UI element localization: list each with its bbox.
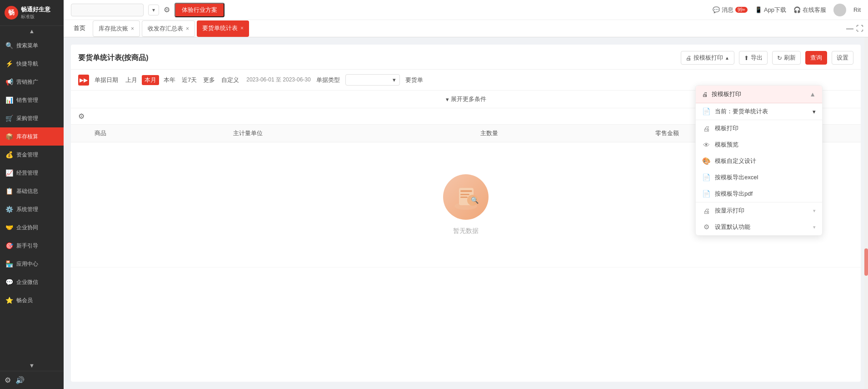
dropdown-collapse-btn[interactable]: ▲ bbox=[809, 91, 816, 98]
topbar-gear-icon[interactable]: ⚙ bbox=[164, 5, 170, 14]
default-settings-item[interactable]: ⚙ 设置默认功能 ▾ bbox=[696, 219, 822, 235]
sidebar-scroll-down[interactable]: ▼ bbox=[0, 360, 64, 371]
quick-nav-icon: ⚡ bbox=[5, 59, 14, 68]
expand-more-btn[interactable]: ▾ 展开更多条件 bbox=[442, 93, 490, 105]
online-service-item[interactable]: 🎧 在线客服 bbox=[793, 6, 826, 14]
query-btn[interactable]: 查询 bbox=[805, 51, 827, 65]
template-preview-label: 模板预览 bbox=[715, 141, 816, 149]
page-header: 要货单统计表(按商品) 🖨 按模板打印 ▲ ⬆ 导出 ↻ 刷新 bbox=[71, 45, 861, 70]
template-excel-icon: 📄 bbox=[702, 173, 710, 182]
custom-date-btn[interactable]: 自定义 bbox=[219, 75, 241, 85]
username[interactable]: Rit bbox=[853, 6, 861, 13]
tab-minimize-btn[interactable]: — bbox=[846, 25, 853, 33]
more-date-btn[interactable]: 更多 bbox=[201, 75, 217, 85]
sidebar-item-appstore[interactable]: 🏪 应用中心 bbox=[0, 255, 64, 273]
sidebar-item-guide[interactable]: 🎯 新手引导 bbox=[0, 237, 64, 255]
marketing-icon: 📢 bbox=[5, 77, 14, 86]
date-buttons: 上月 本月 本年 近7天 更多 自定义 bbox=[124, 75, 241, 85]
topbar-search-input[interactable] bbox=[71, 4, 144, 16]
date-filter-label: 单据日期 bbox=[95, 76, 118, 84]
current-template-item[interactable]: 📄 当前：要货单统计表 ▾ bbox=[696, 103, 822, 120]
system-icon: ⚙️ bbox=[5, 205, 14, 214]
template-custom-item[interactable]: 🎨 模板自定义设计 bbox=[696, 153, 822, 169]
last-7days-btn[interactable]: 近7天 bbox=[180, 75, 199, 85]
order-type-select[interactable]: ▾ bbox=[345, 74, 400, 86]
export-btn[interactable]: ⬆ 导出 bbox=[739, 51, 768, 65]
order-type-label: 单据类型 bbox=[316, 76, 340, 84]
settings-bottom-icon[interactable]: ⚙ bbox=[5, 376, 11, 384]
audio-bottom-icon[interactable]: 🔊 bbox=[15, 376, 25, 384]
filter-expand-btn[interactable]: ▶▶ bbox=[78, 75, 89, 86]
settings-btn[interactable]: 设置 bbox=[832, 51, 853, 65]
sidebar-item-purchase[interactable]: 🛒 采购管理 bbox=[0, 109, 64, 127]
display-print-icon: 🖨 bbox=[702, 207, 710, 215]
date-range-display: 2023-06-01 至 2023-06-30 bbox=[246, 76, 310, 84]
tab-close-inventory-batch[interactable]: × bbox=[131, 25, 134, 32]
tab-receipt-summary[interactable]: 收发存汇总表 × bbox=[142, 20, 195, 37]
page-title: 要货单统计表(按商品) bbox=[78, 53, 149, 63]
tab-home[interactable]: 首页 bbox=[68, 20, 91, 37]
empty-svg: 🔍 bbox=[450, 181, 482, 213]
col-goods: 商品 bbox=[89, 125, 228, 142]
notification-icon: 💬 bbox=[713, 6, 720, 13]
tab-close-order-summary[interactable]: × bbox=[240, 25, 244, 31]
template-excel-item[interactable]: 📄 按模板导出excel bbox=[696, 169, 822, 186]
sidebar-item-wechat[interactable]: 💬 企业微信 bbox=[0, 273, 64, 291]
tabs-right-controls: — ⛶ bbox=[846, 25, 863, 33]
template-print-label: 模板打印 bbox=[715, 124, 816, 132]
app-logo: 畅 畅通好生意 标准版 bbox=[0, 0, 64, 26]
sidebar-scroll-up[interactable]: ▲ bbox=[0, 26, 64, 36]
tab-close-receipt-summary[interactable]: × bbox=[186, 25, 189, 32]
purchase-icon: 🛒 bbox=[5, 114, 14, 123]
table-settings-btn[interactable]: ⚙ bbox=[78, 112, 85, 121]
page-scrollbar[interactable] bbox=[864, 37, 868, 389]
operation-icon: 📈 bbox=[5, 168, 14, 177]
online-service-label: 在线客服 bbox=[803, 6, 826, 14]
display-print-label: 按显示打印 bbox=[715, 207, 808, 215]
avatar[interactable] bbox=[833, 4, 846, 16]
promo-button[interactable]: 体验行业方案 bbox=[175, 3, 224, 17]
template-preview-icon: 👁 bbox=[702, 141, 710, 149]
current-year-btn[interactable]: 本年 bbox=[162, 75, 177, 85]
sidebar-item-sales[interactable]: 📊 销售管理 bbox=[0, 91, 64, 109]
appstore-icon: 🏪 bbox=[5, 259, 14, 268]
sidebar-item-search[interactable]: 🔍 搜索菜单 bbox=[0, 36, 64, 55]
svg-rect-2 bbox=[460, 190, 472, 192]
col-settings bbox=[71, 125, 89, 142]
refresh-btn[interactable]: ↻ 刷新 bbox=[772, 51, 801, 65]
tab-maximize-btn[interactable]: ⛶ bbox=[856, 25, 863, 33]
template-pdf-icon: 📄 bbox=[702, 190, 710, 198]
display-print-item[interactable]: 🖨 按显示打印 ▾ bbox=[696, 202, 822, 219]
sidebar-item-collab[interactable]: 🤝 企业协同 bbox=[0, 218, 64, 237]
sidebar-item-member[interactable]: ⭐ 畅会员 bbox=[0, 291, 64, 309]
sidebar-item-system[interactable]: ⚙️ 系统管理 bbox=[0, 200, 64, 218]
scrollbar-thumb bbox=[864, 248, 868, 276]
empty-illustration: 🔍 bbox=[443, 174, 489, 220]
dropdown-header-left: 🖨 按模板打印 bbox=[702, 90, 741, 98]
basic-icon: 📋 bbox=[5, 187, 14, 196]
col-unit: 主计量单位 bbox=[228, 125, 475, 142]
template-print-item[interactable]: 🖨 模板打印 bbox=[696, 120, 822, 136]
inventory-icon: 📦 bbox=[5, 132, 14, 141]
sidebar-item-finance[interactable]: 💰 资金管理 bbox=[0, 146, 64, 164]
print-template-btn[interactable]: 🖨 按模板打印 ▲ bbox=[681, 51, 734, 65]
notification-badge: 99+ bbox=[735, 7, 748, 13]
tab-order-summary[interactable]: 要货单统计表 × bbox=[197, 20, 249, 37]
app-download-item[interactable]: 📱 App下载 bbox=[755, 6, 786, 14]
sidebar-item-inventory[interactable]: 📦 库存核算 bbox=[0, 127, 64, 146]
dropdown-title: 按模板打印 bbox=[712, 90, 741, 98]
notification-item[interactable]: 💬 消息 99+ bbox=[713, 6, 748, 14]
sidebar-item-quick-nav[interactable]: ⚡ 快捷导航 bbox=[0, 55, 64, 73]
topbar-dropdown-btn[interactable]: ▾ bbox=[148, 5, 159, 15]
template-pdf-item[interactable]: 📄 按模板导出pdf bbox=[696, 186, 822, 202]
sidebar-item-operation[interactable]: 📈 经营管理 bbox=[0, 164, 64, 182]
current-month-btn[interactable]: 本月 bbox=[142, 75, 159, 85]
current-arrow-icon: ▾ bbox=[813, 108, 816, 115]
sidebar-item-basic[interactable]: 📋 基础信息 bbox=[0, 182, 64, 200]
dropdown-header: 🖨 按模板打印 ▲ bbox=[696, 86, 822, 103]
dropdown-header-right: ▲ bbox=[809, 91, 816, 98]
sidebar-item-marketing[interactable]: 📢 营销推广 bbox=[0, 73, 64, 91]
tab-inventory-batch[interactable]: 库存批次账 × bbox=[93, 20, 140, 37]
template-preview-item[interactable]: 👁 模板预览 bbox=[696, 136, 822, 153]
prev-month-btn[interactable]: 上月 bbox=[124, 75, 139, 85]
